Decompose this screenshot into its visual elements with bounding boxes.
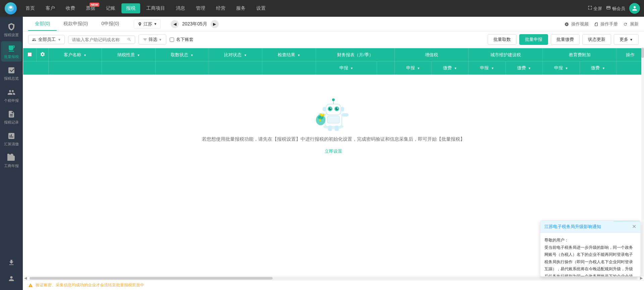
compare-status-header[interactable]: 比对状态: [209, 48, 262, 62]
employee-select-label: 全部员工: [38, 37, 56, 43]
svg-rect-3: [327, 116, 339, 123]
nav-management[interactable]: 管理: [191, 3, 210, 13]
sidebar-item-annual-report[interactable]: 工商年报: [1, 150, 22, 171]
tab-all[interactable]: 全部(0): [28, 17, 57, 31]
sidebar-item-tax-settings[interactable]: 报税设置: [1, 19, 22, 40]
data-table: 客户名称 纳税性质 取数状态: [23, 48, 644, 174]
sidebar-item-tax-records[interactable]: 报税记录: [1, 107, 22, 127]
sort-sub-icon: [490, 65, 494, 70]
vat-declare-sub[interactable]: 申报: [394, 62, 431, 75]
tab-bar-right: 操作视频 操作手册 展新: [565, 21, 639, 27]
bottom-bar-text: 验证账密、采集信息均成功的企业才会流转至批量报税页面中: [36, 282, 144, 288]
sidebar-item-personal-tax[interactable]: 个税申报: [1, 85, 22, 105]
edu-pay-sub[interactable]: 缴费: [580, 62, 616, 75]
status-update-btn[interactable]: 状态更新: [582, 34, 611, 45]
svg-point-10: [337, 108, 338, 109]
download-icon: [7, 258, 16, 267]
sidebar-label-tax-settings: 报税设置: [4, 33, 19, 37]
member-btn[interactable]: 畅会员: [606, 5, 625, 12]
robot-illustration: ¥: [313, 95, 354, 135]
setup-link[interactable]: 立即设置: [325, 148, 342, 154]
settings-header[interactable]: [37, 48, 49, 62]
vertical-scrollbar[interactable]: [641, 48, 644, 276]
sort-sub-icon: [527, 65, 531, 70]
sidebar-label-annual-report: 工商年报: [4, 164, 19, 168]
sidebar-item-tax-overview[interactable]: 报税总览: [1, 63, 22, 83]
batch-pay-btn[interactable]: 批量缴费: [551, 34, 580, 45]
search-input[interactable]: [72, 37, 125, 42]
batch-fetch-btn[interactable]: 批量取数: [488, 34, 517, 45]
scroll-track[interactable]: [30, 277, 637, 280]
sidebar-item-annual-settlement[interactable]: 汇算清缴: [1, 129, 22, 149]
fetch-status-header[interactable]: 取数状态: [155, 48, 209, 62]
filter-label: 筛选: [149, 37, 157, 43]
tab-tax-declare[interactable]: 税款申报(0): [57, 17, 95, 31]
notification-header: 江苏电子税务局升级影响通知 ✕: [540, 221, 640, 233]
tax-type-header[interactable]: 纳税性质: [102, 48, 155, 62]
svg-rect-24: [335, 126, 339, 131]
filter-btn[interactable]: 筛选 ▼: [139, 34, 166, 45]
financial-declare-sub[interactable]: 申报: [316, 62, 377, 75]
nav-fee[interactable]: 收费: [61, 3, 80, 13]
search-icon[interactable]: [127, 37, 131, 42]
employee-select[interactable]: 全部员工 ▼: [28, 35, 65, 44]
more-btn[interactable]: 更多 ▼: [614, 34, 639, 45]
select-all-checkbox[interactable]: [28, 52, 32, 57]
vat-pay-sub[interactable]: 缴费: [432, 62, 469, 75]
nav-service[interactable]: 服务: [231, 3, 250, 13]
edu-declare-sub[interactable]: 申报: [543, 62, 580, 75]
tab-zero-declare[interactable]: 0申报(0): [95, 17, 126, 31]
empty-state-text: 若您想使用批量报税功能，请先在【报税设置】中进行报税的初始化设置，完成密码验证和…: [202, 135, 465, 143]
app-logo[interactable]: [4, 2, 17, 15]
prev-month-btn[interactable]: ◀: [171, 20, 179, 28]
svg-point-0: [10, 7, 12, 9]
batch-declare-btn[interactable]: 批量申报: [519, 34, 548, 45]
nav-customer[interactable]: 客户: [41, 3, 60, 13]
financial-report-header: 财务报表（月/季）: [316, 48, 394, 62]
action-header: 操作: [616, 48, 644, 62]
top-nav: 首页 客户 收费 票据 NEW 记账 报税 工商项目 消息 管理 经营 服务 设…: [0, 0, 644, 17]
video-btn[interactable]: 操作视频: [565, 21, 589, 27]
city-declare-sub[interactable]: 申报: [469, 62, 505, 75]
vertical-scroll-thumb[interactable]: [641, 48, 644, 58]
same-account-input[interactable]: [170, 38, 174, 42]
customer-name-header[interactable]: 客户名称: [49, 48, 102, 62]
city-pay-sub[interactable]: 缴费: [505, 62, 542, 75]
notification-close-btn[interactable]: ✕: [632, 223, 636, 230]
sort-icon: [296, 52, 300, 57]
user-icon: [7, 274, 16, 283]
scroll-thumb[interactable]: [30, 277, 273, 280]
region-selector[interactable]: 江苏 ▼: [134, 19, 161, 29]
nav-tax[interactable]: 报税: [121, 3, 140, 13]
check-result-header[interactable]: 检查结果: [262, 48, 316, 62]
nav-settings[interactable]: 设置: [252, 3, 270, 13]
next-month-btn[interactable]: ▶: [211, 20, 219, 28]
svg-rect-13: [323, 107, 326, 112]
sort-icon: [83, 52, 87, 57]
nav-accounting[interactable]: 记账: [101, 3, 120, 13]
month-nav: ◀ 2023年05月 ▶: [171, 20, 219, 28]
sidebar-item-download[interactable]: [1, 255, 22, 270]
sort-sub-icon: [416, 65, 420, 70]
employee-chevron-icon: ▼: [58, 38, 61, 42]
top-nav-right: 全屏 畅会员: [588, 3, 640, 14]
sidebar-item-user[interactable]: [1, 271, 22, 286]
nav-message[interactable]: 消息: [171, 3, 190, 13]
notification-title: 江苏电子税务局升级影响通知: [544, 224, 601, 230]
sort-sub-icon: [601, 65, 605, 70]
nav-operation[interactable]: 经营: [211, 3, 230, 13]
sidebar-item-batch-tax[interactable]: 批量报税: [1, 41, 22, 62]
manual-btn[interactable]: 操作手册: [594, 21, 618, 27]
same-account-checkbox[interactable]: 名下账套: [170, 37, 194, 43]
checkbox-header[interactable]: [23, 48, 37, 62]
nav-home[interactable]: 首页: [21, 3, 40, 13]
sidebar-bottom: [1, 255, 22, 290]
fullscreen-btn[interactable]: 全屏: [588, 5, 602, 12]
refresh-btn[interactable]: 展新: [623, 21, 639, 27]
annual-settlement-icon: [7, 131, 16, 141]
batch-tax-icon: [7, 44, 16, 53]
bottom-bar: 验证账密、采集信息均成功的企业才会流转至批量报税页面中: [23, 280, 644, 290]
nav-business[interactable]: 工商项目: [142, 3, 170, 13]
nav-ticket[interactable]: 票据 NEW: [81, 3, 100, 13]
user-avatar[interactable]: [629, 3, 640, 14]
